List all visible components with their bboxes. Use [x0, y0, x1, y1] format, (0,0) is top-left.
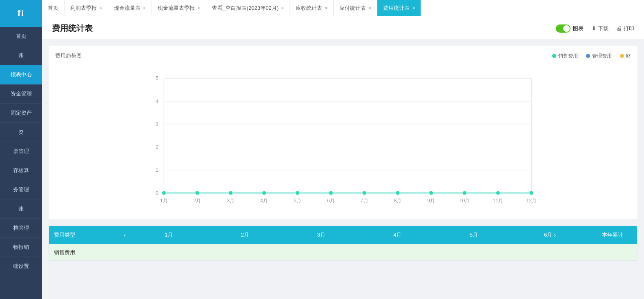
tab-cashflow-quarterly-label: 现金流量表季报: [158, 4, 195, 12]
sidebar-item-ticket-mgmt[interactable]: 票管理: [0, 142, 42, 161]
sidebar-item-basic-settings[interactable]: 础设置: [0, 257, 42, 276]
legend-sales-label: 销售费用: [558, 53, 578, 60]
tab-profit-label: 利润表季报: [70, 4, 97, 12]
col-m4-header: 4月: [359, 231, 436, 239]
table-header: 费用类型 ‹ 1月 2月 3月 4月 5月: [49, 226, 637, 244]
svg-point-23: [496, 191, 500, 195]
svg-text:3: 3: [156, 122, 158, 127]
sidebar-item-home[interactable]: 首页: [0, 27, 42, 46]
svg-point-24: [530, 191, 533, 195]
sidebar-item-inventory[interactable]: 存核算: [0, 161, 42, 180]
legend-finance-label: 财: [626, 53, 631, 60]
col-ytd-label: 本年累计: [602, 231, 623, 239]
svg-text:4月: 4月: [260, 198, 268, 204]
legend-admin-dot: [586, 54, 590, 58]
svg-point-22: [463, 191, 466, 195]
svg-point-21: [429, 191, 433, 195]
tab-blank-report[interactable]: 查看_空白报表(2023年02月) ×: [206, 0, 290, 16]
svg-point-15: [229, 191, 232, 195]
svg-text:6月: 6月: [327, 198, 335, 204]
sidebar-item-service-mgmt[interactable]: 务管理: [0, 180, 42, 199]
tab-cashflow[interactable]: 现金流量表 ×: [108, 0, 152, 16]
cell-type-0: 销售费用: [49, 249, 131, 256]
tab-payable-close[interactable]: ×: [368, 5, 371, 11]
col-ytd-header: 本年累计: [588, 231, 637, 239]
chart-toggle-wrap: 图表: [556, 24, 584, 33]
svg-text:5: 5: [156, 75, 158, 81]
nav-next-button[interactable]: ›: [554, 232, 556, 238]
tab-payable[interactable]: 应付统计表 ×: [334, 0, 377, 16]
col-m6-label: 6月: [544, 231, 552, 239]
chart-toggle[interactable]: [556, 24, 570, 33]
tab-profit-close[interactable]: ×: [99, 5, 102, 11]
chart-toggle-label: 图表: [573, 25, 584, 32]
tab-receivable[interactable]: 应收统计表 ×: [290, 0, 334, 16]
tab-receivable-close[interactable]: ×: [325, 5, 328, 11]
header-actions: 图表 ⬇ 下载 🖨 打印: [556, 24, 634, 33]
col-m1-header: 1月: [131, 231, 207, 239]
page-title: 费用统计表: [52, 23, 93, 34]
svg-point-14: [196, 191, 199, 195]
tab-home[interactable]: 首页: [42, 0, 65, 16]
tab-expense-close[interactable]: ×: [412, 5, 415, 11]
legend-sales-dot: [552, 54, 556, 58]
svg-text:10月: 10月: [459, 198, 470, 204]
sidebar: fi 首页 账 报表中心 资金管理 固定资产 资 票管理 存核算 务管理 账 档…: [0, 0, 42, 299]
download-label: 下载: [598, 25, 608, 32]
tab-cashflow-label: 现金流量表: [114, 4, 140, 12]
col-m3-label: 3月: [317, 231, 325, 239]
col-m5-header: 5月: [436, 231, 512, 239]
sidebar-item-expense-report[interactable]: 畅报销: [0, 238, 42, 257]
svg-text:3月: 3月: [227, 198, 235, 204]
print-icon: 🖨: [617, 25, 622, 31]
tab-cashflow-quarterly-close[interactable]: ×: [197, 5, 200, 11]
col-m6-header: 6月 ›: [512, 231, 588, 239]
svg-text:11月: 11月: [493, 198, 504, 204]
svg-point-18: [329, 191, 333, 195]
sidebar-item-ledger[interactable]: 账: [0, 46, 42, 65]
tab-blank-report-close[interactable]: ×: [281, 5, 284, 11]
svg-rect-12: [164, 78, 531, 193]
sidebar-item-sub-ledger[interactable]: 账: [0, 199, 42, 219]
print-button[interactable]: 🖨 打印: [617, 25, 634, 32]
sidebar-item-report-center[interactable]: 报表中心: [0, 65, 42, 84]
svg-text:7月: 7月: [361, 198, 368, 204]
content-area: 费用统计表 图表 ⬇ 下载 🖨 打印 费用趋势图: [42, 16, 644, 299]
tab-cashflow-quarterly[interactable]: 现金流量表季报 ×: [152, 0, 206, 16]
svg-text:1: 1: [156, 167, 158, 173]
legend-admin: 管理费用: [586, 53, 612, 60]
chart-container: 0 1 2 3 4 5: [55, 64, 631, 213]
svg-text:4: 4: [156, 99, 158, 104]
table-row: 销售费用: [49, 244, 637, 260]
tab-payable-label: 应付统计表: [339, 4, 366, 12]
svg-text:12月: 12月: [526, 198, 537, 204]
tab-expense-label: 费用统计表: [383, 4, 410, 12]
col-m5-label: 5月: [470, 231, 478, 239]
tab-profit[interactable]: 利润表季报 ×: [65, 0, 108, 16]
col-type-label: 费用类型: [54, 231, 75, 239]
svg-point-16: [262, 191, 266, 195]
print-label: 打印: [624, 25, 634, 32]
tab-expense[interactable]: 费用统计表 ×: [377, 0, 421, 16]
nav-prev-button[interactable]: ‹: [124, 232, 126, 238]
legend-admin-label: 管理费用: [592, 53, 612, 60]
svg-text:2月: 2月: [194, 198, 201, 204]
sidebar-item-file-mgmt[interactable]: 档管理: [0, 219, 42, 238]
svg-point-13: [162, 191, 166, 195]
col-type-header: 费用类型 ‹: [49, 231, 131, 239]
legend-sales: 销售费用: [552, 53, 578, 60]
sidebar-item-investment[interactable]: 资: [0, 123, 42, 142]
tab-cashflow-close[interactable]: ×: [143, 5, 146, 11]
tab-bar: 首页 利润表季报 × 现金流量表 × 现金流量表季报 × 查看_空白报表(202…: [42, 0, 644, 16]
svg-text:5月: 5月: [294, 198, 301, 204]
sidebar-item-fund-mgmt[interactable]: 资金管理: [0, 84, 42, 104]
sidebar-item-fixed-assets[interactable]: 固定资产: [0, 104, 42, 123]
chart-section: 费用趋势图 销售费用 管理费用 财: [49, 46, 637, 219]
svg-text:2: 2: [156, 144, 158, 150]
app-logo: fi: [0, 0, 42, 27]
svg-point-17: [296, 191, 299, 195]
chart-legend: 销售费用 管理费用 财: [552, 53, 631, 60]
svg-point-19: [363, 191, 366, 195]
col-m3-header: 3月: [283, 231, 359, 239]
download-button[interactable]: ⬇ 下载: [592, 25, 608, 32]
